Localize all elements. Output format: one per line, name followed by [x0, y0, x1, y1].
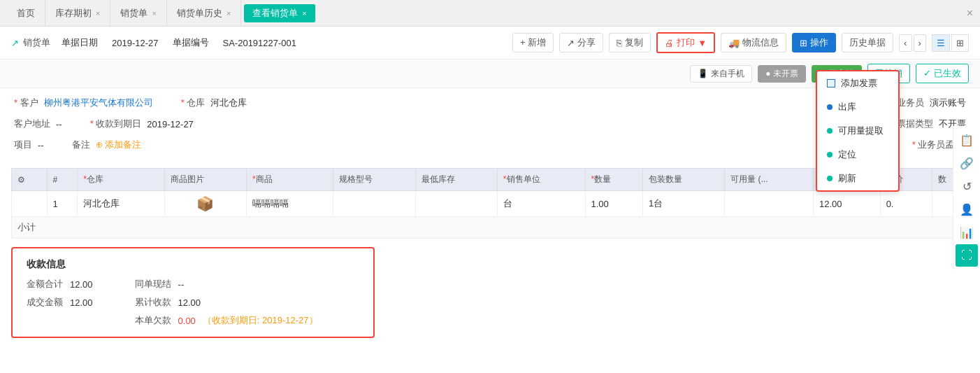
- add-note-icon: ⊕: [96, 139, 103, 150]
- dropdown-refresh[interactable]: 刷新: [817, 167, 898, 190]
- row-spec: [333, 191, 415, 217]
- row-available: [725, 191, 814, 217]
- row-package-qty: 1台: [642, 191, 724, 217]
- customer-value[interactable]: 柳州粤港平安气体有限公司: [44, 97, 153, 109]
- active-status-button[interactable]: ✓ 已生效: [916, 64, 969, 83]
- operations-button[interactable]: ⊞ 操作: [792, 33, 836, 52]
- sidebar-chart-icon[interactable]: 📊: [956, 221, 978, 244]
- warehouse-label: 仓库: [181, 97, 206, 109]
- share-icon: ↗: [567, 38, 575, 48]
- sidebar-expand-icon[interactable]: ⛶: [956, 244, 978, 267]
- checkbox-icon: [827, 79, 835, 87]
- payment-col-left: 金额合计 12.00 成交金额 12.00: [27, 278, 93, 327]
- sales-order-icon: ↗: [11, 38, 19, 48]
- payment-col-right: 同单现结 -- 累计收款 12.00 本单欠款 0.00 （收款到期日: 201…: [135, 278, 318, 327]
- sidebar-link-icon[interactable]: 🔗: [956, 152, 978, 174]
- dot-teal-icon-2: [827, 152, 833, 157]
- add-note-button[interactable]: ⊕ 添加备注: [96, 139, 142, 151]
- settle-value: --: [178, 279, 185, 290]
- balance-due-note: （收款到期日: 2019-12-27）: [203, 314, 318, 327]
- table-row: 1 河北仓库 📦 嗝嗝嗝嗝 台 1.00 1台 12.00 0.: [12, 191, 969, 217]
- history-button[interactable]: 历史单据: [842, 33, 893, 52]
- col-settings[interactable]: ⚙: [12, 169, 48, 191]
- transaction-label: 成交金额: [27, 296, 63, 309]
- copy-button[interactable]: ⎘ 复制: [609, 33, 651, 52]
- tab-close-view-sales[interactable]: ×: [302, 9, 306, 17]
- row-unit: 台: [497, 191, 585, 217]
- dropdown-outbound[interactable]: 出库: [817, 95, 898, 119]
- warehouse-field: 仓库 河北仓库: [181, 97, 247, 109]
- tab-sales-history[interactable]: 销货单历史 ×: [167, 0, 241, 26]
- dropdown-available-extract[interactable]: 可用量提取: [817, 119, 898, 143]
- transaction-value: 12.00: [70, 297, 93, 308]
- cumulative-row: 累计收款 12.00: [135, 296, 318, 309]
- cumulative-label: 累计收款: [135, 296, 171, 309]
- payment-info: 收款信息 金额合计 12.00 成交金额 12.00 同单现结 --: [11, 247, 375, 338]
- logistics-button[interactable]: 🚚 物流信息: [721, 33, 786, 52]
- dot-teal-icon-3: [827, 176, 833, 181]
- view-toggle: ☰ ⊞: [932, 34, 969, 52]
- tabs-bar: 首页 库存期初 × 销货单 × 销货单历史 × 查看销货单 × ×: [0, 0, 980, 27]
- tab-sales[interactable]: 销货单 ×: [110, 0, 166, 26]
- settle-label: 同单现结: [135, 278, 171, 290]
- col-num: #: [47, 169, 78, 191]
- close-all-tabs[interactable]: ×: [967, 7, 973, 20]
- address-field: 客户地址 --: [14, 118, 62, 130]
- next-record-button[interactable]: ›: [914, 34, 926, 52]
- tab-inventory[interactable]: 库存期初 ×: [45, 0, 110, 26]
- sidebar-user-icon[interactable]: 👤: [956, 198, 978, 220]
- ops-icon: ⊞: [800, 38, 807, 48]
- col-warehouse: *仓库: [78, 169, 164, 191]
- copy-icon: ⎘: [617, 38, 622, 48]
- doc-toolbar: ↗ 销货单 单据日期 2019-12-27 单据编号 SA-20191227-0…: [0, 27, 980, 59]
- settle-row: 同单现结 --: [135, 278, 318, 290]
- balance-row: 本单欠款 0.00 （收款到期日: 2019-12-27）: [135, 314, 318, 327]
- list-view-button[interactable]: ☰: [932, 34, 950, 52]
- grid-view-button[interactable]: ⊞: [951, 34, 969, 52]
- address-label: 客户地址: [14, 118, 50, 130]
- active-check-icon: ✓: [923, 68, 931, 78]
- note-field: 备注 ⊕ 添加备注: [72, 139, 142, 151]
- share-button[interactable]: ↗ 分享: [559, 33, 603, 52]
- print-icon: 🖨: [665, 38, 674, 48]
- due-date-label: 收款到期日: [90, 118, 142, 130]
- right-sidebar: 📋 🔗 ↺ 👤 📊 ⛶: [953, 126, 980, 269]
- col-unit: *销售单位: [497, 169, 585, 191]
- from-phone-button[interactable]: 📱 来自手机: [690, 65, 752, 83]
- col-product-image: 商品图片: [164, 169, 246, 191]
- tab-close-sales-history[interactable]: ×: [226, 9, 231, 17]
- new-button[interactable]: + 新增: [512, 33, 554, 52]
- col-min-stock: 最低库存: [415, 169, 497, 191]
- due-date-field: 收款到期日 2019-12-27: [90, 118, 194, 130]
- balance-label: 本单欠款: [135, 314, 171, 327]
- tab-view-sales[interactable]: 查看销货单 ×: [244, 4, 315, 22]
- total-label: 金额合计: [27, 278, 63, 290]
- prev-record-button[interactable]: ‹: [899, 34, 911, 52]
- project-label: 项目: [14, 139, 32, 151]
- print-button[interactable]: 🖨 打印 ▼: [656, 32, 715, 53]
- doc-meta: 单据日期 2019-12-27 单据编号 SA-20191227-001: [62, 36, 296, 49]
- dropdown-add-invoice[interactable]: 添加发票: [817, 71, 898, 95]
- cumulative-value: 12.00: [178, 297, 201, 308]
- tab-close-inventory[interactable]: ×: [96, 9, 100, 17]
- doc-title-text: 销货单: [23, 36, 50, 49]
- dropdown-locate[interactable]: 定位: [817, 143, 898, 167]
- phone-icon: 📱: [698, 69, 708, 78]
- tab-close-sales[interactable]: ×: [152, 9, 156, 17]
- subtotal-label: 小计: [12, 217, 969, 239]
- print-dropdown-icon: ▼: [698, 38, 707, 48]
- customer-field: 客户 柳州粤港平安气体有限公司: [14, 97, 153, 109]
- due-date-value: 2019-12-27: [147, 119, 194, 129]
- tab-home[interactable]: 首页: [7, 0, 45, 26]
- logistics-icon: 🚚: [728, 38, 740, 48]
- settings-icon: ⚙: [17, 175, 25, 185]
- row-stock: 12.00: [814, 191, 881, 217]
- col-spec: 规格型号: [333, 169, 415, 191]
- payment-rows: 金额合计 12.00 成交金额 12.00 同单现结 -- 累计收款: [27, 278, 359, 327]
- sidebar-refresh-icon[interactable]: ↺: [956, 175, 978, 197]
- sidebar-copy-icon[interactable]: 📋: [956, 129, 978, 151]
- project-field: 项目 --: [14, 139, 44, 151]
- warehouse-value: 河北仓库: [210, 97, 247, 109]
- date-value: 2019-12-27: [112, 38, 159, 48]
- not-open-button[interactable]: ● 未开票: [758, 65, 806, 83]
